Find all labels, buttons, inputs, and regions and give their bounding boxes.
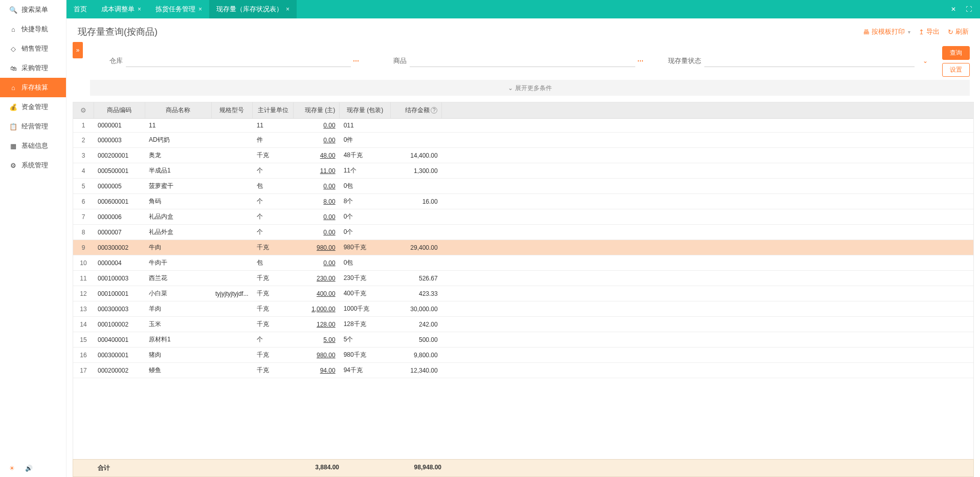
product-input[interactable] xyxy=(410,55,635,67)
expand-more-conditions[interactable]: 展开更多条件 xyxy=(90,80,970,96)
table-row[interactable]: 6000600001角码个8.008个16.00 xyxy=(73,194,973,209)
cell-qty[interactable]: 94.00 xyxy=(294,363,340,378)
cell-qty[interactable]: 980.00 xyxy=(294,240,340,255)
cell-qty[interactable]: 5.00 xyxy=(294,332,340,348)
page-title: 现存量查询(按商品) xyxy=(78,26,158,38)
product-picker-icon[interactable]: ⋯ xyxy=(635,57,652,64)
cell-qty[interactable]: 0.00 xyxy=(294,119,340,133)
cell-unit: 个 xyxy=(253,225,294,240)
grid-icon: ▦ xyxy=(9,142,17,150)
col-header-qty[interactable]: 现存量 (主) xyxy=(294,102,340,119)
cell-name: 小白菜 xyxy=(145,286,211,301)
refresh-button[interactable]: ↻ 刷新 xyxy=(948,27,969,36)
table-row[interactable]: 9000300002牛肉千克980.00980千克29,400.00 xyxy=(73,240,973,255)
help-icon[interactable]: ? xyxy=(431,107,437,114)
row-index: 13 xyxy=(73,301,94,317)
cell-qty[interactable]: 0.00 xyxy=(294,133,340,148)
close-all-icon[interactable]: ✕ xyxy=(949,5,957,13)
cell-pkg: 94千克 xyxy=(340,363,391,378)
sidebar-item-home[interactable]: ⌂快捷导航 xyxy=(0,19,66,39)
close-icon[interactable]: × xyxy=(198,6,202,13)
cell-amt: 16.00 xyxy=(391,194,442,209)
tab-拣货任务管理[interactable]: 拣货任务管理× xyxy=(148,0,209,18)
query-button[interactable]: 查询 xyxy=(942,46,970,60)
cell-qty[interactable]: 230.00 xyxy=(294,271,340,286)
col-header-code[interactable]: 商品编码 xyxy=(94,102,145,119)
cell-unit: 包 xyxy=(253,179,294,194)
row-index: 12 xyxy=(73,286,94,301)
cell-spec xyxy=(211,148,253,163)
cell-qty[interactable]: 128.00 xyxy=(294,317,340,332)
table-row[interactable]: 80000007礼品外盒个0.000个 xyxy=(73,225,973,240)
cell-amt: 12,340.00 xyxy=(391,363,442,378)
cell-name: 礼品外盒 xyxy=(145,225,211,240)
sidebar-item-bag[interactable]: 🛍采购管理 xyxy=(0,58,66,78)
cell-amt xyxy=(391,209,442,225)
col-header-unit[interactable]: 主计量单位 xyxy=(253,102,294,119)
table-row[interactable]: 15000400001原材料1个5.005个500.00 xyxy=(73,332,973,348)
warehouse-input[interactable] xyxy=(126,55,351,67)
sidebar-item-gear[interactable]: ⚙系统管理 xyxy=(0,156,66,175)
cell-name: 牛肉 xyxy=(145,240,211,255)
tab-成本调整单[interactable]: 成本调整单× xyxy=(94,0,148,18)
cell-name: 角码 xyxy=(145,194,211,209)
row-index: 6 xyxy=(73,194,94,209)
table-row[interactable]: 20000003AD钙奶件0.000件 xyxy=(73,133,973,148)
tab-现存量（库存状况表）[interactable]: 现存量（库存状况表）× xyxy=(209,0,297,18)
sun-icon[interactable]: ☀ xyxy=(9,465,15,472)
cell-spec xyxy=(211,179,253,194)
column-settings-icon[interactable]: ⚙ xyxy=(73,102,94,119)
table-row[interactable]: 16000300001猪肉千克980.00980千克9,800.00 xyxy=(73,348,973,363)
sidebar-item-house[interactable]: ⌂库存核算 xyxy=(0,78,66,97)
fullscreen-icon[interactable]: ⛶ xyxy=(965,5,973,13)
cell-spec xyxy=(211,271,253,286)
col-header-amt[interactable]: 结存金额? xyxy=(391,102,442,119)
table-row[interactable]: 4000500001半成品1个11.0011个1,300.00 xyxy=(73,163,973,179)
sidebar-item-search[interactable]: 🔍搜索菜单 xyxy=(0,0,66,19)
cell-qty[interactable]: 0.00 xyxy=(294,179,340,194)
cell-qty[interactable]: 0.00 xyxy=(294,225,340,240)
table-row[interactable]: 13000300003羊肉千克1,000.001000千克30,000.00 xyxy=(73,301,973,317)
settings-button[interactable]: 设置 xyxy=(942,63,970,77)
col-header-name[interactable]: 商品名称 xyxy=(145,102,211,119)
collapse-filter-button[interactable]: » xyxy=(73,42,83,58)
cell-code: 000400001 xyxy=(94,332,145,348)
table-row[interactable]: 100000004牛肉干包0.000包 xyxy=(73,255,973,271)
table-row[interactable]: 12000100001小白菜tyjyjtyjtyjdf...千克400.0040… xyxy=(73,286,973,301)
warehouse-picker-icon[interactable]: ⋯ xyxy=(351,57,368,64)
col-header-spec[interactable]: 规格型号 xyxy=(211,102,253,119)
col-header-pkg[interactable]: 现存量 (包装) xyxy=(340,102,391,119)
close-icon[interactable]: × xyxy=(138,6,141,13)
table-row[interactable]: 3000200001奥龙千克48.0048千克14,400.00 xyxy=(73,148,973,163)
tab-首页[interactable]: 首页 xyxy=(66,0,94,18)
cell-qty[interactable]: 1,000.00 xyxy=(294,301,340,317)
export-button[interactable]: ↥ 导出 xyxy=(919,27,940,36)
sidebar-item-money[interactable]: 💰资金管理 xyxy=(0,97,66,117)
speaker-icon[interactable]: 🔊 xyxy=(25,465,33,472)
cell-amt: 14,400.00 xyxy=(391,148,442,163)
table-row[interactable]: 11000100003西兰花千克230.00230千克526.67 xyxy=(73,271,973,286)
table-row[interactable]: 1000000111110.00011 xyxy=(73,119,973,133)
cell-unit: 千克 xyxy=(253,271,294,286)
chevron-down-icon[interactable]: ⌄ xyxy=(915,57,936,64)
cell-qty[interactable]: 11.00 xyxy=(294,163,340,179)
status-select[interactable] xyxy=(704,55,915,67)
cell-qty[interactable]: 980.00 xyxy=(294,348,340,363)
cell-qty[interactable]: 0.00 xyxy=(294,209,340,225)
cell-qty[interactable]: 0.00 xyxy=(294,255,340,271)
cell-unit: 个 xyxy=(253,332,294,348)
close-icon[interactable]: × xyxy=(286,6,289,13)
print-template-button[interactable]: 🖶 按模板打印 ▾ xyxy=(863,27,910,36)
sidebar-item-grid[interactable]: ▦基础信息 xyxy=(0,136,66,156)
table-row[interactable]: 14000100002玉米千克128.00128千克242.00 xyxy=(73,317,973,332)
cell-qty[interactable]: 8.00 xyxy=(294,194,340,209)
table-row[interactable]: 17000200002鳗鱼千克94.0094千克12,340.00 xyxy=(73,363,973,378)
sidebar-item-tag[interactable]: ◇销售管理 xyxy=(0,39,66,58)
cell-unit: 个 xyxy=(253,209,294,225)
table-row[interactable]: 50000005菠萝蜜干包0.000包 xyxy=(73,179,973,194)
table-row[interactable]: 70000006礼品内盒个0.000个 xyxy=(73,209,973,225)
cell-qty[interactable]: 400.00 xyxy=(294,286,340,301)
cell-qty[interactable]: 48.00 xyxy=(294,148,340,163)
sidebar-item-clipboard[interactable]: 📋经营管理 xyxy=(0,117,66,136)
cell-amt: 500.00 xyxy=(391,332,442,348)
